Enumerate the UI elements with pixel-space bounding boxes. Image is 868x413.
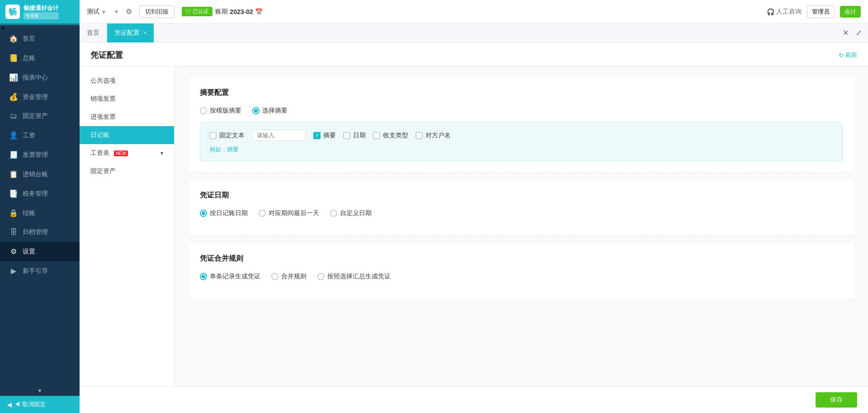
sidebar-item-payroll[interactable]: 👤 工资 [0,126,80,145]
sidebar-item-assets[interactable]: 🗂 固定资产 [0,107,80,126]
journal-date-option[interactable]: 按日记账日期 [200,209,248,217]
sidebar-item-sales[interactable]: 📋 进销台账 [0,164,80,184]
switch-old-version-button[interactable]: 切到旧版 [139,5,175,18]
home-icon: 🏠 [9,34,18,43]
sidebar-item-tax[interactable]: 📑 税务管理 [0,184,80,203]
merge-rules-option[interactable]: 合并规则 [271,272,307,281]
tab-voucher-config[interactable]: 凭证配置 × [107,23,154,42]
date-checkbox[interactable]: 日期 [343,131,366,140]
journal-date-radio [200,210,207,217]
merge-options-row: 单条记录生成凭证 合并规则 按照选择汇总生成凭证 [200,272,843,281]
settings-gear-button[interactable]: ⚙ [124,5,134,18]
save-button[interactable]: 保存 [816,392,857,408]
close-tab-button[interactable]: ✕ [840,27,851,39]
user-button[interactable]: 管理员 [807,5,835,18]
sidebar-item-guide[interactable]: ▶ 新手引导 [0,261,80,281]
tabbar-right-actions: ✕ ⤢ [840,27,868,39]
archive-icon: 🗄 [9,228,18,236]
chevron-down-icon: ▾ [160,150,163,156]
sidebar-unfix-btn[interactable]: ◀ ◀ 取消固定 [0,396,80,413]
right-content: 摘要配置 按模版摘要 选择摘要 [175,66,868,386]
topbar-status: 🛡 已认证 账期 2023-02 📅 [182,7,262,16]
topbar: 测试 ▾ + ⚙ 切到旧版 🛡 已认证 账期 2023-02 📅 🎧 人工咨询 … [80,0,868,23]
sidebar-item-archive[interactable]: 🗄 归档管理 [0,223,80,242]
funds-icon: 💰 [9,93,18,101]
sidebar-item-ledger[interactable]: 📒 总账 [0,48,80,68]
payroll-icon: 👤 [9,131,18,140]
scroll-up-arrow[interactable]: ▲ [0,23,80,25]
refresh-button[interactable]: ↻ 刷新 [839,51,857,59]
left-nav-public[interactable]: 公共选项 [80,72,174,90]
left-nav-fixed-assets[interactable]: 固定资产 [80,162,174,180]
invoice-icon: 🧾 [9,150,18,159]
project-chevron-icon: ▾ [102,8,105,15]
by-selection-radio [317,273,325,280]
left-nav-payroll-table[interactable]: 工资表 NEW ▾ [80,144,174,162]
left-nav-sales-invoice[interactable]: 销项发票 [80,90,174,108]
template-radio [200,107,207,114]
accountant-button[interactable]: 会计 [840,6,861,18]
page-header: 凭证配置 ↻ 刷新 [80,42,868,66]
income-type-checkbox[interactable]: 收支类型 [373,131,408,140]
sidebar-item-funds[interactable]: 💰 资金管理 [0,87,80,107]
single-radio [200,273,207,280]
period-last-option[interactable]: 对应期间最后一天 [259,209,319,217]
add-button[interactable]: + [113,6,120,18]
certified-badge: 🛡 已认证 [182,7,212,16]
example-text: 例如：摘要 [209,145,833,154]
settings-icon: ⚙ [9,247,18,256]
guide-icon: ▶ [9,267,18,275]
expand-button[interactable]: ⤢ [853,27,864,39]
close-period-icon: 🔒 [9,209,18,217]
tab-home[interactable]: 首页 [80,23,107,42]
date-options-row: 按日记账日期 对应期间最后一天 自定义日期 [200,209,843,217]
summary-checkbox[interactable]: ✓ 摘要 [313,131,336,140]
summary-config-row: 固定文本 ✓ 摘要 日期 [209,130,833,141]
shield-icon: 🛡 [185,9,191,15]
merge-section: 凭证合并规则 单条记录生成凭证 合并规则 按照选择汇总生成凭证 [189,243,854,299]
counterparty-check-box [415,132,423,139]
by-selection-option[interactable]: 按照选择汇总生成凭证 [317,272,391,281]
headset-icon: 🎧 [767,8,774,15]
content-area: 凭证配置 ↻ 刷新 公共选项 销项发票 进项发票 日记账 [80,42,868,413]
customer-service-button[interactable]: 🎧 人工咨询 [767,8,802,16]
counterparty-checkbox[interactable]: 对方户名 [415,131,451,140]
summary-title: 摘要配置 [200,88,843,98]
fixed-text-checkbox[interactable]: 固定文本 [209,131,245,140]
merge-title: 凭证合并规则 [200,254,843,263]
sidebar-logo: 畅 畅捷通好会计 专业版 [0,0,80,23]
period-info: 账期 2023-02 📅 [215,8,262,16]
unfix-icon: ◀ [7,401,12,408]
income-check-box [373,132,380,139]
tabbar: 首页 凭证配置 × ✕ ⤢ [80,23,868,42]
refresh-icon: ↻ [839,52,844,59]
project-name: 测试 ▾ [87,8,105,16]
summary-config-box: 固定文本 ✓ 摘要 日期 [200,122,843,161]
sidebar-item-home[interactable]: 🏠 首页 [0,29,80,48]
custom-date-option[interactable]: 自定义日期 [330,209,372,217]
period-last-radio [259,210,266,217]
calendar-icon[interactable]: 📅 [255,8,263,15]
sales-icon: 📋 [9,170,18,178]
left-nav-purchase-invoice[interactable]: 进项发票 [80,108,174,126]
sidebar-nav: 🏠 首页 📒 总账 📊 报表中心 💰 资金管理 🗂 固定资产 👤 工资 🧾 发票… [0,25,80,386]
logo-text: 畅捷通好会计 专业版 [24,4,59,19]
date-title: 凭证日期 [200,191,843,200]
left-nav: 公共选项 销项发票 进项发票 日记账 工资表 NEW ▾ 固定资产 [80,66,175,386]
sidebar-item-reports[interactable]: 📊 报表中心 [0,68,80,87]
reports-icon: 📊 [9,73,18,82]
sidebar-item-settings[interactable]: ⚙ 设置 [0,242,80,261]
sidebar-item-invoice[interactable]: 🧾 发票管理 [0,145,80,164]
fixed-text-input[interactable] [252,130,306,141]
footer-bar: 保存 [80,386,868,413]
single-record-option[interactable]: 单条记录生成凭证 [200,272,260,281]
left-nav-journal[interactable]: 日记账 [80,126,174,144]
tab-close-icon[interactable]: × [143,30,146,36]
main-area: 测试 ▾ + ⚙ 切到旧版 🛡 已认证 账期 2023-02 📅 🎧 人工咨询 … [80,0,868,413]
sidebar-item-close[interactable]: 🔒 结账 [0,203,80,223]
summary-template-option[interactable]: 按模版摘要 [200,107,241,115]
logo-icon: 畅 [5,5,20,19]
summary-select-option[interactable]: 选择摘要 [252,107,288,115]
merge-radio [271,273,278,280]
summary-section: 摘要配置 按模版摘要 选择摘要 [189,77,854,173]
